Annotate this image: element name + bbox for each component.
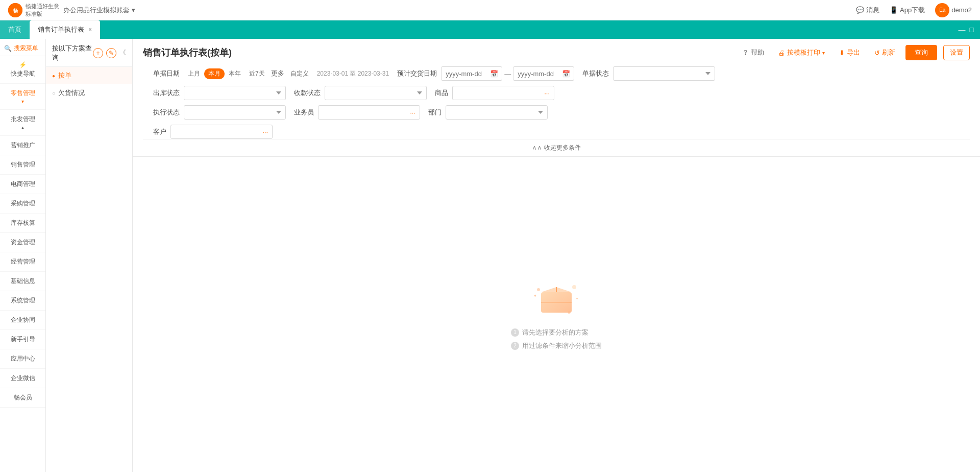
breadcrumb[interactable]: 办公用品行业模拟账套 ▾ (63, 6, 135, 15)
sidebar-item-purchase[interactable]: 采购管理 (0, 194, 45, 214)
search-icon: 🔍 (4, 45, 12, 52)
left-panel-actions: + ✎ 《 (93, 48, 126, 58)
tip-text-1: 请先选择要分析的方案 (522, 326, 589, 339)
edit-scheme-button[interactable]: ✎ (106, 48, 116, 58)
export-icon: ⬇ (839, 49, 845, 57)
left-panel: 按以下方案查询 + ✎ 《 ● 按单 ○ 欠货情况 (46, 39, 133, 472)
tab-home[interactable]: 首页 (0, 20, 30, 39)
sidebar-ecommerce-label: 电商管理 (11, 180, 35, 188)
message-icon: 💬 (856, 6, 864, 14)
sidebar-item-appstore[interactable]: 应用中心 (0, 349, 45, 369)
sidebar-item-inventory[interactable]: 库存核算 (0, 214, 45, 233)
product-selector[interactable]: ··· (452, 86, 554, 100)
collapse-panel-button[interactable]: 《 (119, 48, 126, 58)
svg-point-4 (537, 288, 540, 291)
sidebar-retail-label: 零售管理 (11, 89, 35, 98)
date-this-year-btn[interactable]: 本年 (225, 68, 245, 79)
tab-close-icon[interactable]: × (88, 26, 92, 33)
message-label: 消息 (866, 6, 879, 15)
date-range-text: 2023-03-01 至 2023-03-31 (317, 69, 389, 78)
phone-icon: 📱 (890, 6, 898, 14)
sidebar-item-ecommerce[interactable]: 电商管理 (0, 175, 45, 194)
date-custom-btn[interactable]: 自定义 (286, 68, 313, 79)
dept-filter-group: 部门 (428, 105, 548, 120)
print-button[interactable]: 🖨 按模板打印 ▾ (774, 46, 829, 59)
export-label: 导出 (847, 48, 860, 57)
salesperson-selector[interactable]: ··· (318, 105, 420, 120)
tab-sales-order[interactable]: 销售订单执行表 × (30, 20, 100, 39)
sidebar-wholesale-arrow: ▴ (21, 125, 24, 130)
sidebar-item-marketing[interactable]: 营销推广 (0, 136, 45, 155)
dept-select[interactable] (446, 105, 548, 120)
user-avatar: Ea (935, 3, 949, 17)
sidebar-item-member[interactable]: 畅会员 (0, 388, 45, 408)
sidebar-item-wholesale[interactable]: 批发管理 ▴ (0, 110, 45, 136)
calendar-icon-end: 📅 (562, 70, 570, 78)
sidebar: 🔍 搜索菜单 ⚡ 快捷导航 零售管理 ▾ 批发管理 ▴ 营销推广 销售管理 电商… (0, 39, 46, 472)
content-area: 销售订单执行表(按单) ？ 帮助 🖨 按模板打印 ▾ ⬇ 导出 (133, 39, 980, 472)
svg-text:畅: 畅 (13, 8, 18, 13)
sidebar-inventory-label: 库存核算 (11, 219, 35, 227)
customer-label: 客户 (153, 127, 166, 136)
sidebar-item-system[interactable]: 系统管理 (0, 291, 45, 311)
sidebar-item-wechat[interactable]: 企业微信 (0, 369, 45, 388)
sidebar-retail-arrow: ▾ (21, 99, 24, 104)
sidebar-member-label: 畅会员 (14, 393, 32, 402)
help-button[interactable]: ？ 帮助 (738, 46, 768, 59)
date-7days-btn[interactable]: 近7天 (245, 68, 269, 79)
empty-tips: 1 请先选择要分析的方案 2 用过滤条件来缩小分析范围 (511, 326, 602, 352)
window-minimize-icon[interactable]: — (959, 26, 966, 34)
nav-tabs-right: — □ (959, 26, 980, 34)
print-label: 按模板打印 (787, 48, 820, 57)
message-button[interactable]: 💬 消息 (856, 6, 879, 15)
username-label: demo2 (951, 6, 972, 14)
sidebar-purchase-label: 采购管理 (11, 199, 35, 208)
date-more-btn[interactable]: 更多 (269, 68, 286, 79)
sidebar-item-enterprise[interactable]: 企业协同 (0, 311, 45, 330)
collapse-more-button[interactable]: ∧∧ 收起更多条件 (143, 139, 970, 156)
sidebar-search-label: 搜索菜单 (14, 44, 38, 53)
window-maximize-icon[interactable]: □ (970, 26, 974, 34)
sidebar-search[interactable]: 🔍 搜索菜单 (0, 39, 45, 56)
payment-status-select[interactable] (325, 86, 427, 100)
doc-status-select[interactable] (613, 66, 715, 81)
product-label: 商品 (435, 88, 448, 98)
app-download-label: App下载 (900, 6, 925, 15)
tab-home-label: 首页 (8, 25, 21, 34)
sidebar-wholesale-label: 批发管理 (11, 115, 35, 124)
help-icon: ？ (742, 48, 749, 57)
sidebar-appstore-label: 应用中心 (11, 355, 35, 363)
page-header: 销售订单执行表(按单) ？ 帮助 🖨 按模板打印 ▾ ⬇ 导出 (133, 39, 980, 157)
date-this-month-btn[interactable]: 本月 (204, 68, 225, 79)
date-prev-month-btn[interactable]: 上月 (184, 68, 204, 79)
sidebar-item-retail[interactable]: 零售管理 ▾ (0, 84, 45, 110)
sidebar-sales-label: 销售管理 (11, 160, 35, 169)
sidebar-item-finance[interactable]: 资金管理 (0, 233, 45, 252)
sidebar-item-operations[interactable]: 经营管理 (0, 252, 45, 272)
breadcrumb-text: 办公用品行业模拟账套 (63, 6, 130, 15)
tab-sales-order-label: 销售订单执行表 (38, 25, 84, 34)
user-area[interactable]: Ea demo2 (935, 3, 972, 17)
scheme-item-欠货情况[interactable]: ○ 欠货情况 (46, 84, 132, 102)
sidebar-quick-nav[interactable]: ⚡ 快捷导航 (0, 56, 45, 84)
refresh-button[interactable]: ↺ 刷新 (870, 46, 899, 59)
add-scheme-button[interactable]: + (93, 48, 103, 58)
scheme-item-按单[interactable]: ● 按单 (46, 67, 132, 84)
left-panel-header: 按以下方案查询 + ✎ 《 (46, 39, 132, 67)
query-button[interactable]: 查询 (905, 45, 937, 60)
product-filter-group: 商品 ··· (435, 86, 554, 100)
top-header: 畅 畅捷通好生意 标准版 办公用品行业模拟账套 ▾ 💬 消息 📱 App下载 E… (0, 0, 980, 20)
stock-status-select[interactable] (184, 86, 286, 100)
exec-status-select[interactable] (184, 105, 286, 120)
sidebar-basic-label: 基础信息 (11, 277, 35, 286)
sidebar-item-basic[interactable]: 基础信息 (0, 272, 45, 291)
app-download-button[interactable]: 📱 App下载 (890, 6, 925, 15)
salesperson-label: 业务员 (294, 108, 314, 117)
sidebar-item-newuser[interactable]: 新手引导 (0, 330, 45, 349)
sidebar-item-sales[interactable]: 销售管理 (0, 155, 45, 175)
filter-row-4: 客户 ··· (153, 125, 960, 139)
customer-selector[interactable]: ··· (170, 125, 273, 139)
settings-button[interactable]: 设置 (943, 45, 970, 60)
svg-point-6 (568, 311, 571, 314)
export-button[interactable]: ⬇ 导出 (835, 46, 864, 59)
